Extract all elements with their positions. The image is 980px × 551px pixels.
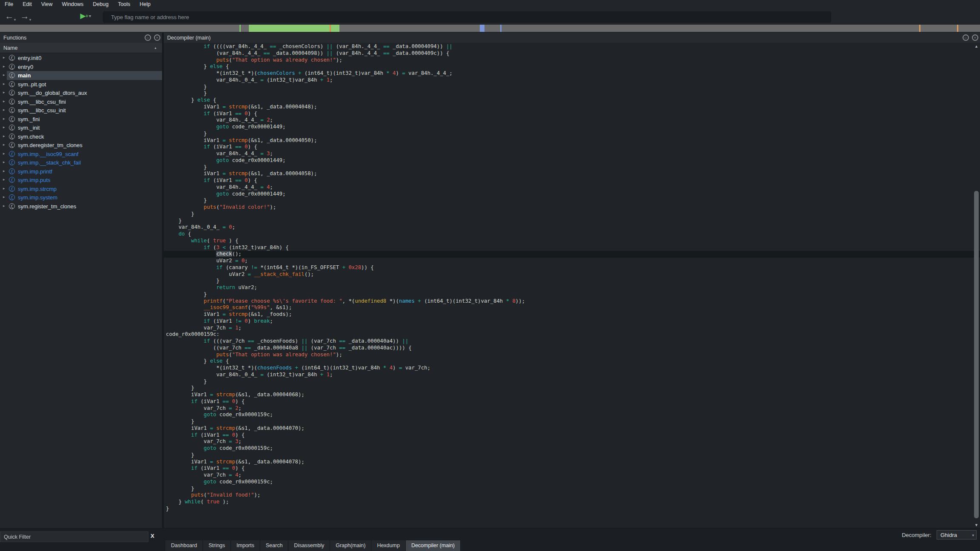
code-line[interactable]: code_r0x0000159c: xyxy=(164,331,980,338)
expand-arrow-icon[interactable]: ▸ xyxy=(3,142,5,147)
tab-decompiler-main-[interactable]: Decompiler (main) xyxy=(406,540,461,551)
function-list-item[interactable]: ▸ƒxmain xyxy=(0,71,162,80)
expand-arrow-icon[interactable]: ▸ xyxy=(3,186,5,190)
code-line[interactable]: } else { xyxy=(164,63,980,70)
code-line[interactable]: iVar1 = strcmp(&s1, _data.00004068); xyxy=(164,392,980,398)
functions-name-column-header[interactable]: Name ▲ xyxy=(0,43,162,53)
code-line[interactable]: if (((var_7ch == _chosenFoods) || (var_7… xyxy=(164,338,980,345)
code-line[interactable]: __isoc99_scanf("%99s", &s1); xyxy=(164,304,980,311)
expand-arrow-icon[interactable]: ▸ xyxy=(3,195,5,199)
code-line[interactable]: do { xyxy=(164,231,980,238)
code-line[interactable]: if (iVar1 == 0) { xyxy=(164,144,980,151)
code-line[interactable]: if (iVar1 == 0) { xyxy=(164,177,980,184)
code-line[interactable]: } xyxy=(164,506,980,512)
code-line[interactable]: if (3 < (int32_t)var_84h) { xyxy=(164,244,980,251)
code-line[interactable]: while( true ) { xyxy=(164,238,980,244)
expand-arrow-icon[interactable]: ▸ xyxy=(3,108,5,112)
code-line[interactable]: ((var_7ch == _data.000040a8 || (var_7ch … xyxy=(164,345,980,352)
code-line[interactable]: return uVar2; xyxy=(164,284,980,291)
code-line[interactable]: var_84h._0_4_ = 0; xyxy=(164,224,980,231)
code-line[interactable]: } xyxy=(164,486,980,492)
code-line[interactable]: var_7ch = 3; xyxy=(164,438,980,445)
tab-graph-main-[interactable]: Graph(main) xyxy=(330,540,371,551)
code-line[interactable]: } xyxy=(164,164,980,171)
code-line[interactable]: var_7ch = 1; xyxy=(164,325,980,332)
code-line[interactable]: *(int32_t *)(chosenFoods + (int64_t)(int… xyxy=(164,365,980,372)
code-line[interactable]: puts("That option was already chosen!"); xyxy=(164,352,980,358)
code-line[interactable]: } else { xyxy=(164,97,980,104)
code-line[interactable]: goto code_r0x0000159c; xyxy=(164,479,980,486)
vertical-scrollbar[interactable]: ▲ ▼ xyxy=(973,43,980,528)
function-list-item[interactable]: ▸ƒxsym._fini xyxy=(0,115,162,124)
tab-strings[interactable]: Strings xyxy=(203,540,231,551)
expand-arrow-icon[interactable]: ▸ xyxy=(3,116,5,121)
code-line[interactable]: iVar1 = strcmp(&s1, _data.00004058); xyxy=(164,170,980,177)
code-line[interactable]: } else { xyxy=(164,358,980,365)
function-list-item[interactable]: ▸ƒxsym.check xyxy=(0,132,162,141)
code-line[interactable]: puts("Invalid food!"); xyxy=(164,492,980,499)
expand-arrow-icon[interactable]: ▸ xyxy=(3,134,5,138)
function-list-item[interactable]: ▸ƒxsym.__libc_csu_init xyxy=(0,106,162,115)
code-line[interactable]: var_7ch = 2; xyxy=(164,405,980,412)
code-line[interactable]: if (iVar1 == 0) { xyxy=(164,398,980,405)
function-list-item[interactable]: ▸ƒxsym..plt.got xyxy=(0,80,162,89)
expand-arrow-icon[interactable]: ▸ xyxy=(3,160,5,164)
code-line[interactable]: iVar1 = strcmp(&s1, _data.00004048); xyxy=(164,104,980,111)
function-list-item[interactable]: ▸ƒisym.imp.__isoc99_scanf xyxy=(0,150,162,159)
function-list-item[interactable]: ▸ƒxsym.register_tm_clones xyxy=(0,202,162,211)
function-list-item[interactable]: ▸ƒxentry.init0 xyxy=(0,54,162,62)
code-line[interactable]: } xyxy=(164,90,980,97)
code-line[interactable]: } xyxy=(164,211,980,218)
code-line[interactable]: if (iVar1 == 0) { xyxy=(164,432,980,439)
menu-item-help[interactable]: Help xyxy=(135,0,155,9)
code-line[interactable]: uVar2 = __stack_chk_fail(); xyxy=(164,271,980,278)
clear-filter-button[interactable]: X xyxy=(151,533,154,539)
back-button[interactable]: ← ▾ xyxy=(3,10,15,22)
code-line[interactable]: } xyxy=(164,452,980,459)
menu-item-windows[interactable]: Windows xyxy=(57,0,88,9)
tab-hexdump[interactable]: Hexdump xyxy=(371,540,406,551)
code-line[interactable]: var_7ch = 4; xyxy=(164,472,980,479)
decompiler-select[interactable]: Ghidra ▾ xyxy=(937,530,977,540)
code-line[interactable]: } while( true ); xyxy=(164,499,980,506)
tab-disassembly[interactable]: Disassembly xyxy=(288,540,330,551)
code-line[interactable]: goto code_r0x0000159c; xyxy=(164,445,980,452)
quick-filter-input[interactable] xyxy=(0,531,148,542)
undock-panel-icon[interactable]: ◇ xyxy=(145,34,151,41)
code-line[interactable]: iVar1 = strcmp(&s1, _data.00004070); xyxy=(164,425,980,432)
menu-item-view[interactable]: View xyxy=(37,0,57,9)
undock-panel-icon[interactable]: ◇ xyxy=(963,34,969,41)
function-list-item[interactable]: ▸ƒisym.imp.system xyxy=(0,193,162,202)
code-line-current[interactable]: check(); xyxy=(164,251,980,258)
menu-item-debug[interactable]: Debug xyxy=(88,0,113,9)
forward-button[interactable]: → ▾ xyxy=(19,10,31,22)
menu-item-tools[interactable]: Tools xyxy=(113,0,135,9)
function-list-item[interactable]: ▸ƒxsym.__do_global_dtors_aux xyxy=(0,88,162,97)
close-panel-icon[interactable]: ✕ xyxy=(154,34,160,41)
code-line[interactable]: var_84h._4_4_ = 2; xyxy=(164,117,980,124)
code-line[interactable]: if (iVar1 == 0) { xyxy=(164,111,980,117)
code-line[interactable]: iVar1 = strcmp(&s1, _data.00004050); xyxy=(164,137,980,144)
code-line[interactable]: } xyxy=(164,218,980,224)
memory-overview-bar[interactable] xyxy=(0,25,980,32)
code-line[interactable]: (var_84h._4_4_ == _data.00004098)) || (v… xyxy=(164,50,980,57)
code-line[interactable]: goto code_r0x0000159c; xyxy=(164,412,980,418)
expand-arrow-icon[interactable]: ▸ xyxy=(3,82,5,86)
debug-dropdown-caret-icon[interactable]: ▾ xyxy=(89,14,91,18)
code-line[interactable]: puts("That option was already chosen!"); xyxy=(164,57,980,64)
code-line[interactable]: var_84h._0_4_ = (int32_t)var_84h + 1; xyxy=(164,77,980,84)
tab-search[interactable]: Search xyxy=(260,540,289,551)
scroll-down-icon[interactable]: ▼ xyxy=(973,522,980,528)
expand-arrow-icon[interactable]: ▸ xyxy=(3,64,5,68)
function-list-item[interactable]: ▸ƒxsym.__libc_csu_fini xyxy=(0,97,162,106)
code-line[interactable]: uVar2 = 0; xyxy=(164,258,980,264)
code-line[interactable]: goto code_r0x00001449; xyxy=(164,157,980,164)
decompiled-code-view[interactable]: if ((((var_84h._4_4_ == _chosenColors) |… xyxy=(164,43,980,528)
expand-arrow-icon[interactable]: ▸ xyxy=(3,90,5,94)
code-line[interactable]: printf("Please choose %s\'s favorite foo… xyxy=(164,298,980,305)
code-line[interactable]: iVar1 = strcmp(&s1, _data.00004078); xyxy=(164,459,980,466)
code-line[interactable]: *(int32_t *)(chosenColors + (int64_t)(in… xyxy=(164,70,980,77)
flag-address-input[interactable] xyxy=(103,11,831,23)
function-list-item[interactable]: ▸ƒisym.imp.strcmp xyxy=(0,185,162,193)
code-line[interactable]: iVar1 = strcmp(&s1, _foods); xyxy=(164,311,980,318)
